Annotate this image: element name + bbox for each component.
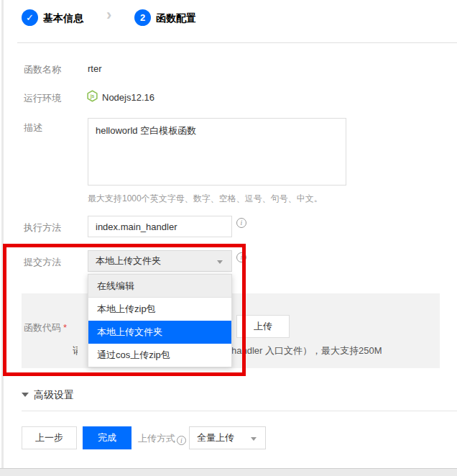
upload-mode-label: 上传方式i xyxy=(138,432,186,445)
dropdown-option-online-edit[interactable]: 在线编辑 xyxy=(88,275,231,298)
handler-input[interactable] xyxy=(88,216,232,237)
panel-left-edge xyxy=(1,0,4,468)
description-label: 描述 xyxy=(24,122,42,134)
dropdown-option-cos-zip[interactable]: 通过cos上传zip包 xyxy=(88,344,231,367)
submit-method-select[interactable]: 本地上传文件夹 xyxy=(88,250,232,272)
advanced-settings-label: 高级设置 xyxy=(34,389,74,401)
svg-text:js: js xyxy=(90,93,95,99)
submit-method-value: 本地上传文件夹 xyxy=(96,255,161,267)
previous-step-button[interactable]: 上一步 xyxy=(22,426,77,449)
check-icon: ✓ xyxy=(26,12,34,23)
code-hint: handler 入口文件），最大支持250M xyxy=(231,344,382,357)
advanced-settings-toggle[interactable]: 高级设置 xyxy=(22,389,74,402)
header-divider xyxy=(17,42,457,43)
step2-number-circle: 2 xyxy=(134,9,151,26)
upload-mode-value: 全量上传 xyxy=(197,431,234,444)
runtime-label: 运行环境 xyxy=(24,92,61,105)
footer-divider xyxy=(22,411,457,411)
chevron-right-icon: › xyxy=(106,6,111,24)
info-icon[interactable]: i xyxy=(177,436,186,445)
runtime-value: Nodejs12.16 xyxy=(102,92,154,103)
submit-method-dropdown: 在线编辑 本地上传zip包 本地上传文件夹 通过cos上传zip包 xyxy=(88,274,232,367)
finish-button[interactable]: 完成 xyxy=(83,426,131,449)
info-icon[interactable]: i xyxy=(236,252,246,262)
handler-label: 执行方法 xyxy=(24,221,61,234)
step2-label: 函数配置 xyxy=(156,12,196,25)
upload-mode-select[interactable]: 全量上传 xyxy=(189,426,266,449)
nodejs-icon: js xyxy=(86,90,98,102)
step2-number: 2 xyxy=(140,12,145,23)
submit-method-label: 提交方法 xyxy=(24,256,61,269)
dropdown-option-upload-folder[interactable]: 本地上传文件夹 xyxy=(88,321,231,344)
function-name-value: rter xyxy=(88,63,102,74)
dropdown-option-upload-zip[interactable]: 本地上传zip包 xyxy=(88,298,231,321)
page-bottom-strip xyxy=(0,468,457,476)
required-asterisk: * xyxy=(63,322,67,333)
code-hint-fragment: 请 xyxy=(73,344,78,357)
function-name-label: 函数名称 xyxy=(24,63,61,76)
info-icon[interactable]: i xyxy=(236,218,246,228)
description-hint: 最大支持1000个英文字母、数字、空格、逗号、句号、中文。 xyxy=(88,193,323,205)
description-textarea[interactable]: helloworld 空白模板函数 xyxy=(88,118,346,186)
function-code-label: 函数代码* xyxy=(24,321,67,334)
upload-button[interactable]: 上传 xyxy=(236,315,290,338)
chevron-down-icon xyxy=(251,437,257,441)
step1-done-circle: ✓ xyxy=(22,9,38,26)
step1-label: 基本信息 xyxy=(43,12,83,25)
chevron-down-icon xyxy=(217,260,223,264)
triangle-down-icon xyxy=(22,393,29,397)
function-config-page: ✓ 基本信息 › 2 函数配置 函数名称 rter 运行环境 js Nodejs… xyxy=(0,0,457,476)
